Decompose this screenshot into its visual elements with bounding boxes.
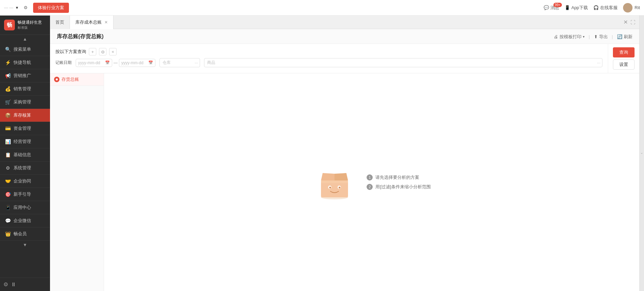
page-header: 库存总账(存货总账) 🖨 按模板打印 ▾ | ⬆ 导出 | 🔄 [50, 29, 639, 44]
svg-point-5 [329, 187, 331, 189]
tab-close-icon[interactable]: ✕ [104, 20, 108, 24]
right-panel-area: › [639, 16, 644, 291]
print-icon: 🖨 [554, 34, 558, 39]
sidebar-item-label: 基础信息 [14, 152, 31, 158]
date-label: 记账日期 [55, 60, 72, 66]
sidebar-item-collab[interactable]: 🤝 企业协同 [0, 175, 50, 188]
page-header-actions: 🖨 按模板打印 ▾ | ⬆ 导出 | 🔄 刷新 [554, 34, 633, 40]
svg-point-6 [339, 187, 341, 189]
sidebar-item-label: 快捷导航 [14, 59, 31, 66]
filter-top-row: 按以下方案查询 + ⊖ « [55, 48, 602, 55]
chart-icon: 📊 [5, 139, 11, 145]
calendar-end-icon: 📅 [148, 60, 153, 65]
sidebar-item-label: 销售管理 [14, 86, 31, 92]
right-panel-toggle[interactable]: › [639, 16, 644, 291]
breadcrumb-dropdown[interactable]: ▾ [16, 5, 18, 10]
sidebar-item-basic-info[interactable]: 📋 基础信息 [0, 148, 50, 162]
industry-solution-button[interactable]: 体验行业方案 [33, 3, 69, 13]
logo-text-area: 畅捷通好生意 标准版 [18, 20, 42, 30]
query-button[interactable]: 查询 [613, 47, 635, 57]
money-icon: 💰 [5, 86, 11, 92]
page-title: 库存总账(存货总账) [57, 33, 104, 40]
tab-home[interactable]: 首页 [50, 16, 70, 29]
phone-icon: 📱 [565, 5, 570, 10]
sidebar-item-search[interactable]: 🔍 搜索菜单 [0, 43, 50, 56]
logo-subtitle: 标准版 [18, 25, 42, 30]
header-settings-button[interactable]: ⚙ [21, 3, 30, 13]
sidebar-item-nav[interactable]: ⚡ 快捷导航 [0, 56, 50, 69]
step-number-2: 2 [367, 184, 373, 190]
sidebar-item-system[interactable]: ⚙ 系统管理 [0, 162, 50, 175]
sidebar-item-label: 畅会员 [14, 231, 27, 237]
sidebar-item-label: 新手引导 [14, 191, 31, 197]
scheme-name-label: 存货总账 [61, 76, 79, 82]
sidebar-bottom: ⚙ ⏸ [0, 277, 50, 291]
filter-section: 按以下方案查询 + ⊖ « 记账日期 yyyy-mm-dd 📅 [50, 44, 639, 73]
sidebar-item-operations[interactable]: 📊 经营管理 [0, 135, 50, 148]
date-start-input[interactable]: yyyy-mm-dd 📅 [76, 59, 112, 67]
sidebar-collapse-button[interactable]: ⏸ [11, 282, 16, 288]
refresh-icon: 🔄 [617, 34, 622, 39]
app-download-button[interactable]: 📱 App下载 [565, 5, 588, 11]
sidebar-scroll-down[interactable]: ▼ [0, 241, 50, 249]
user-menu[interactable]: Rit [623, 3, 640, 13]
date-separator: — [114, 60, 118, 65]
sidebar-scroll-up[interactable]: ▲ [0, 35, 50, 43]
export-button[interactable]: ⬆ 导出 [594, 34, 608, 40]
warehouse-placeholder: 仓库 [163, 60, 171, 65]
breadcrumb: — — [4, 5, 13, 10]
close-panel-icon[interactable]: ✕ [623, 19, 628, 25]
refresh-button[interactable]: 🔄 刷新 [617, 34, 633, 40]
date-start-placeholder: yyyy-mm-dd [78, 60, 100, 65]
sidebar-item-sales[interactable]: 💰 销售管理 [0, 82, 50, 96]
chevron-down-icon: ▾ [16, 5, 18, 10]
sidebar-item-purchase[interactable]: 🛒 采购管理 [0, 96, 50, 109]
warehouse-field: 仓库 ··· [159, 58, 200, 67]
warehouse-input[interactable]: 仓库 [159, 58, 200, 67]
sidebar-logo: 畅 畅捷通好生意 标准版 [0, 16, 50, 35]
expand-icon[interactable]: ⛶ [630, 20, 635, 25]
settings-icon: ⚙ [5, 165, 11, 171]
lightning-icon: ⚡ [5, 59, 11, 66]
filter-controls: 按以下方案查询 + ⊖ « 记账日期 yyyy-mm-dd 📅 [50, 44, 608, 73]
filter-remove-button[interactable]: ⊖ [99, 48, 106, 55]
sidebar-item-label: 采购管理 [14, 99, 31, 105]
sidebar-item-wechat[interactable]: 💬 企业微信 [0, 214, 50, 227]
action-divider-2: | [612, 34, 613, 39]
breadcrumb-path: — — [4, 5, 13, 10]
page-content: 库存总账(存货总账) 🖨 按模板打印 ▾ | ⬆ 导出 | 🔄 [50, 29, 639, 291]
sidebar-item-guide[interactable]: 🎯 新手引导 [0, 188, 50, 201]
sidebar-item-label: 搜索菜单 [14, 46, 31, 52]
sidebar-item-label: 系统管理 [14, 165, 31, 171]
filter-label: 按以下方案查询 [55, 49, 86, 55]
sidebar-item-apps[interactable]: 📱 应用中心 [0, 201, 50, 214]
filter-add-button[interactable]: + [89, 48, 96, 55]
target-icon: 🎯 [5, 191, 11, 197]
product-input[interactable]: 商品 [204, 58, 602, 67]
empty-box-svg [314, 164, 355, 201]
print-button[interactable]: 🖨 按模板打印 ▾ [554, 34, 585, 40]
messages-button[interactable]: 💬 消息 99+ [544, 5, 559, 11]
scheme-list-panel: 存货总账 [50, 73, 104, 291]
step-number-1: 1 [367, 174, 373, 180]
mobile-icon: 📱 [5, 204, 11, 211]
sidebar-item-finance[interactable]: 💳 资金管理 [0, 122, 50, 135]
header-left: — — ▾ ⚙ 体验行业方案 [4, 3, 544, 13]
settings-button[interactable]: 设置 [613, 59, 635, 70]
online-service-button[interactable]: 🎧 在线客服 [593, 5, 618, 11]
logo-icon: 畅 [4, 20, 15, 30]
sidebar-item-inventory[interactable]: 📦 库存核算 [0, 109, 50, 122]
sidebar-settings-button[interactable]: ⚙ [3, 281, 8, 288]
scheme-item-inventory-ledger[interactable]: 存货总账 [50, 73, 104, 86]
date-end-input[interactable]: yyyy-mm-dd 📅 [119, 59, 155, 67]
crown-icon: 👑 [5, 231, 11, 237]
sidebar-item-marketing[interactable]: 📢 营销推广 [0, 69, 50, 82]
megaphone-icon: 📢 [5, 73, 11, 79]
sidebar-item-member[interactable]: 👑 畅会员 [0, 227, 50, 241]
tab-inventory-ledger[interactable]: 库存成本总账 ✕ [70, 16, 114, 29]
message-badge: 99+ [553, 3, 562, 7]
header-right: 💬 消息 99+ 📱 App下载 🎧 在线客服 Rit [544, 3, 640, 13]
sidebar-item-label: 企业微信 [14, 218, 31, 224]
filter-collapse-button[interactable]: « [109, 48, 117, 55]
refresh-label: 刷新 [624, 34, 633, 40]
